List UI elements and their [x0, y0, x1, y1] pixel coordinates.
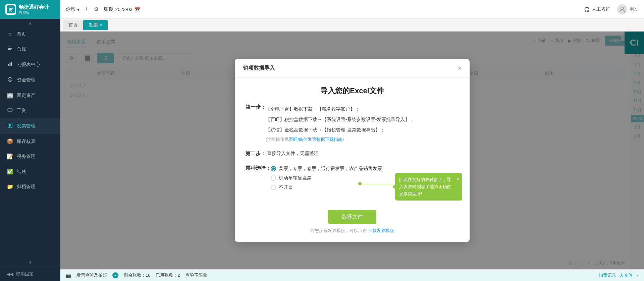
- sidebar-funds-label: 资金管理: [17, 77, 36, 83]
- svg-point-16: [621, 7, 624, 10]
- modal-close-button[interactable]: ×: [458, 64, 462, 72]
- calendar-icon[interactable]: 📅: [135, 7, 140, 12]
- logo-icon: 财: [5, 4, 16, 15]
- recharge-btn[interactable]: 去充值: [620, 272, 633, 278]
- step1-content: 【全电平台】数据下载→【税务数字账户】； 【百旺】税控盘数据下载→【系统设置-系…: [266, 104, 414, 145]
- settings-button[interactable]: ⚙: [94, 6, 99, 12]
- main-area: 你您 ▾ + ⚙ 账期 2023-03 📅 🎧 人工咨询 用友: [60, 0, 644, 281]
- account-dropdown-icon: ▾: [77, 7, 79, 12]
- check-icon: 📷: [66, 273, 71, 278]
- remaining-label: 剩余张数：18: [124, 272, 150, 278]
- radio-normal[interactable]: 普票，专票，卷票，通行费发票，农产品销售发票: [271, 166, 382, 172]
- sidebar-collapse-btn[interactable]: ◀◀ 取消固定: [0, 267, 60, 281]
- user-menu[interactable]: 用友: [617, 4, 639, 14]
- ledger-icon: [7, 46, 13, 53]
- import-modal: 销项数据导入 × 导入您的Excel文件 第一步： 【全电平台】数据下载→【税务…: [235, 59, 470, 242]
- sidebar-scroll-up[interactable]: ▲: [0, 19, 60, 27]
- tooltip-line: [362, 184, 395, 184]
- sidebar-wages-label: 工资: [17, 108, 26, 114]
- user-label: 用友: [629, 6, 639, 12]
- svg-rect-4: [8, 49, 11, 50]
- tab-home[interactable]: 首页: [63, 20, 83, 30]
- svg-rect-11: [9, 110, 11, 110]
- period-value: 2023-03: [115, 7, 132, 12]
- tab-home-label: 首页: [68, 22, 78, 28]
- tooltip-bar: [399, 178, 400, 182]
- app-logo[interactable]: 财 畅捷通好会计 旗舰版: [0, 0, 60, 19]
- collapse-label: 取消固定: [16, 271, 34, 277]
- radio-normal-circle: [271, 166, 276, 171]
- modal-footer: 选择文件 若您没有发票模版，可以点击 下载发票模版: [235, 205, 470, 242]
- radio-motor-label: 机动车销售发票: [279, 175, 312, 181]
- step2-section: 第二步： 直接导入文件，无需整理: [246, 151, 459, 157]
- sidebar-item-reports[interactable]: 云报表中心: [0, 57, 60, 72]
- page-content: 销项发票 进项发票 + 凭证 + 新增: [60, 32, 644, 269]
- inventory-icon: 📦: [7, 138, 13, 145]
- modal-header: 销项数据导入 ×: [235, 59, 470, 78]
- select-file-button[interactable]: 选择文件: [328, 210, 376, 224]
- check-label: 发票查验及拍照: [76, 272, 107, 278]
- sidebar-checkout-label: 结账: [17, 169, 26, 175]
- modal-title: 销项数据导入: [243, 65, 275, 72]
- ticket-section: 票种选择： 普票，专票，卷票，通行费发票，农产品销售发票 机动车销售发票: [246, 163, 459, 190]
- svg-text:¥: ¥: [9, 78, 11, 81]
- radio-motor[interactable]: 机动车销售发票: [271, 175, 382, 181]
- modal-hint: 若您没有发票模版，可以点击 下载发票模版: [310, 228, 394, 234]
- sidebar-item-assets[interactable]: 🏢 固定资产: [0, 88, 60, 103]
- bottom-bar-right: 扣费记录 去充值 ×: [599, 272, 639, 278]
- tooltip-bubble: 现在支持的票种多了，导入发票时别忘了选择正确的发票类型呀! ×: [395, 173, 462, 201]
- sidebar-item-checkout[interactable]: ✅ 结账: [0, 164, 60, 179]
- account-selector[interactable]: 你您 ▾: [66, 6, 79, 12]
- add-button[interactable]: +: [85, 6, 89, 13]
- home-icon: ⌂: [7, 31, 13, 37]
- tooltip-dot: [358, 182, 362, 185]
- check-badge: ●: [112, 272, 118, 278]
- modal-body: 导入您的Excel文件 第一步： 【全电平台】数据下载→【税务数字账户】； 【百…: [235, 78, 470, 205]
- sidebar-archive-label: 归档管理: [17, 184, 36, 190]
- step2-label: 第二步：: [246, 151, 266, 157]
- collapse-icon: ◀◀: [7, 272, 13, 277]
- check-unlimited-label: 查验不限量: [185, 272, 207, 278]
- bottom-bar-close[interactable]: ×: [636, 273, 639, 278]
- sidebar-item-label: 首页: [17, 31, 26, 37]
- bottom-bar: 📷 发票查验及拍照 ● 剩余张数：18 已用张数：2 查验不限量 扣费记录 去充…: [60, 269, 644, 281]
- step1-line1: 【全电平台】数据下载→【税务数字账户】；: [266, 104, 414, 114]
- sidebar-item-wages[interactable]: 工资: [0, 103, 60, 118]
- sidebar-scroll-down[interactable]: ▼: [0, 259, 60, 267]
- radio-no-ticket[interactable]: 不开票: [271, 184, 382, 190]
- sidebar-item-tax[interactable]: 📝 税务管理: [0, 149, 60, 164]
- sidebar-item-inventory[interactable]: 📦 库存核算: [0, 134, 60, 149]
- tax-icon: 📝: [7, 153, 13, 160]
- radio-no-ticket-label: 不开票: [279, 184, 293, 190]
- sidebar: 财 畅捷通好会计 旗舰版 ▲ ⌂ 首页 总账: [0, 0, 60, 281]
- recharge-record-link[interactable]: 扣费记录: [599, 272, 616, 278]
- sidebar-item-ledger[interactable]: 总账: [0, 42, 60, 57]
- svg-rect-7: [11, 62, 12, 66]
- radio-normal-label: 普票，专票，卷票，通行费发票，农产品销售发票: [279, 166, 382, 172]
- download-template-link[interactable]: 下载发票模版: [368, 228, 394, 233]
- svg-rect-2: [8, 47, 12, 47]
- account-name: 你您: [66, 6, 75, 12]
- sidebar-ledger-label: 总账: [17, 46, 26, 52]
- step1-link[interactable]: 百旺/航信发票数据下载指南: [289, 137, 342, 142]
- tooltip-close-button[interactable]: ×: [457, 175, 460, 182]
- tab-close-icon[interactable]: ×: [100, 23, 102, 27]
- tab-invoice[interactable]: 发票 ×: [83, 20, 108, 30]
- invoice-icon: [7, 123, 13, 129]
- step2-content: 直接导入文件，无需整理: [266, 151, 319, 157]
- svg-rect-6: [10, 63, 11, 66]
- tab-bar: 首页 发票 ×: [60, 19, 644, 32]
- modal-import-title: 导入您的Excel文件: [246, 86, 459, 96]
- sidebar-item-funds[interactable]: ¥ 资金管理: [0, 72, 60, 88]
- sidebar-assets-label: 固定资产: [17, 93, 36, 99]
- assets-icon: 🏢: [7, 92, 13, 99]
- sidebar-item-invoice[interactable]: 发票管理: [0, 118, 60, 134]
- step1-line2: 【百旺】税控盘数据下载→【系统设置-系统参数设置-发票批量导入】；: [266, 114, 414, 125]
- tab-invoice-label: 发票: [89, 22, 98, 28]
- svg-text:财: 财: [8, 7, 13, 12]
- sidebar-item-home[interactable]: ⌂ 首页: [0, 27, 60, 42]
- topbar-right: 🎧 人工咨询 用友: [584, 4, 639, 14]
- consult-button[interactable]: 🎧 人工咨询: [584, 6, 610, 12]
- sidebar-item-archive[interactable]: 📁 归档管理: [0, 179, 60, 194]
- radio-no-ticket-circle: [271, 185, 276, 190]
